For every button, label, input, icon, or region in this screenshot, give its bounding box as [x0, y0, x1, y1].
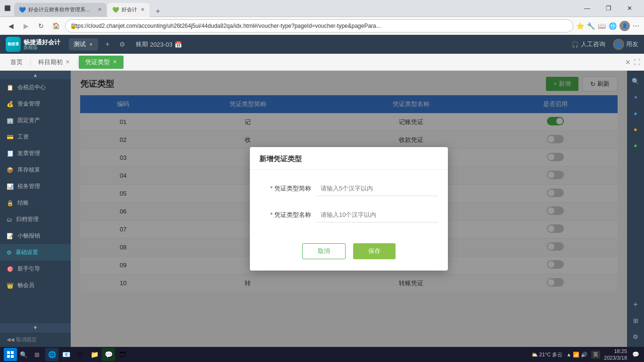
- right-panel-orange[interactable]: ●: [629, 123, 642, 136]
- nav-home[interactable]: 🏠: [50, 20, 62, 32]
- clock: 18:25 2023/3/18: [604, 348, 627, 362]
- taskbar-shield[interactable]: 🛡: [74, 348, 87, 361]
- sidebar-collapse-btn[interactable]: ◀◀ 取消固定: [0, 332, 71, 347]
- user-profile-icon[interactable]: 👤: [619, 21, 630, 31]
- user-btn[interactable]: 👤 用友: [613, 39, 638, 50]
- calendar-icon[interactable]: 📅: [174, 41, 182, 48]
- page-close-btn[interactable]: ✕: [625, 58, 631, 66]
- sidebar-item-settings[interactable]: ⚙ 基础设置: [0, 244, 71, 261]
- ext-icon-4[interactable]: 🌐: [609, 22, 617, 30]
- sidebar-item-tax[interactable]: 📊 税务管理: [0, 178, 71, 195]
- sidebar-item-archive[interactable]: 🗂 归档管理: [0, 211, 71, 228]
- browser-chrome: ⬛ 💙 好会计云财务软件管理系统_会计 ✕ 💚 好会计 ✕ + — ❐ ✕: [0, 0, 644, 17]
- lock-icon: 🔒: [70, 23, 77, 29]
- page-tab-voucher[interactable]: 凭证类型 ✕: [79, 56, 124, 69]
- tab2-close[interactable]: ✕: [140, 7, 145, 13]
- tab1-close[interactable]: ✕: [98, 7, 102, 13]
- page-tab-subject[interactable]: 科目期初 ✕: [32, 56, 76, 69]
- consult-btn[interactable]: 🎧 人工咨询: [571, 40, 605, 49]
- browser-tab-2[interactable]: 💚 好会计 ✕: [107, 3, 149, 17]
- ext-icon-2[interactable]: 🔧: [587, 22, 595, 30]
- taskbar-view-btn[interactable]: ⊞: [30, 348, 43, 361]
- win-icon: ⬛: [4, 5, 11, 12]
- page-expand-btn[interactable]: ⛶: [634, 58, 640, 66]
- right-panel-settings[interactable]: ⚙: [629, 330, 642, 343]
- notification-btn[interactable]: 💬: [631, 350, 640, 359]
- start-btn[interactable]: [4, 348, 17, 361]
- right-panel-star[interactable]: ✦: [629, 90, 642, 104]
- windows-icon: [7, 351, 14, 358]
- toolbar-add-btn[interactable]: +: [102, 39, 113, 50]
- consult-label: 人工咨询: [581, 40, 605, 49]
- workspace-arrow: ▼: [89, 42, 93, 47]
- new-tab-btn[interactable]: +: [152, 6, 164, 17]
- taskbar-apps2[interactable]: 🗔: [116, 348, 129, 361]
- save-btn[interactable]: 保存: [353, 243, 396, 259]
- taskbar-search-btn[interactable]: 🔍: [17, 348, 30, 361]
- voucher-tab-close[interactable]: ✕: [113, 59, 117, 65]
- subject-tab-close[interactable]: ✕: [66, 59, 70, 65]
- short-name-input[interactable]: [317, 181, 438, 196]
- ext-icon-1[interactable]: ⭐: [576, 22, 584, 30]
- taskbar-wechat[interactable]: 💬: [102, 348, 115, 361]
- taskbar-folder[interactable]: 📁: [88, 348, 101, 361]
- sidebar-item-meetings[interactable]: 📋 会税总中心: [0, 79, 71, 96]
- save-label: 保存: [368, 247, 380, 255]
- expand-icon[interactable]: ▲: [566, 352, 571, 357]
- right-panel-grid[interactable]: ⊞: [629, 314, 642, 327]
- maximize-btn[interactable]: ❐: [598, 1, 619, 16]
- archive-label: 归档管理: [16, 215, 39, 223]
- full-name-input[interactable]: [317, 207, 438, 222]
- address-input[interactable]: [65, 19, 573, 33]
- sidebar-scroll-down[interactable]: ▼: [0, 323, 71, 332]
- form-row-short: * 凭证类型简称: [259, 181, 438, 196]
- svg-rect-2: [7, 355, 10, 358]
- nav-refresh[interactable]: ↻: [35, 20, 47, 32]
- nav-back[interactable]: ◀: [5, 20, 17, 32]
- sidebar-item-invoice[interactable]: 🧾 发票管理: [0, 145, 71, 162]
- sidebar-item-guide[interactable]: 🎯 新手引导: [0, 261, 71, 277]
- sidebar-item-member[interactable]: 👑 畅会员: [0, 277, 71, 294]
- browser-tab-bar: 💙 好会计云财务软件管理系统_会计 ✕ 💚 好会计 ✕ +: [14, 0, 573, 17]
- clock-date: 2023/3/18: [604, 354, 627, 361]
- workspace-selector[interactable]: 测试 ▼: [69, 38, 98, 50]
- sidebar-item-payroll[interactable]: 💳 工资: [0, 129, 71, 145]
- right-panel-blue[interactable]: ●: [629, 107, 642, 120]
- logo-main-text: 畅捷通好会计: [24, 39, 60, 45]
- taskbar-mail[interactable]: 📧: [59, 348, 73, 361]
- right-panel-add[interactable]: +: [629, 298, 642, 311]
- close-btn[interactable]: ✕: [619, 1, 640, 16]
- right-panel-green[interactable]: ●: [629, 139, 642, 152]
- sidebar-item-expense[interactable]: 📝 小畅报销: [0, 228, 71, 244]
- page-tab-home[interactable]: 首页: [4, 56, 29, 69]
- address-input-wrapper: 🔒: [65, 19, 573, 33]
- fixed-assets-label: 固定资产: [17, 116, 40, 124]
- notification-icons: ▲ 📶 🔊: [566, 352, 587, 358]
- app-logo: 畅捷通 畅捷通好会计 旗舰版: [6, 37, 60, 52]
- toolbar-settings-icon[interactable]: ⚙: [117, 39, 128, 50]
- sidebar-item-inventory[interactable]: 📦 库存核算: [0, 162, 71, 178]
- tab1-favicon: 💙: [19, 7, 26, 13]
- dialog-header: 新增凭证类型: [250, 147, 448, 170]
- form-row-fullname: * 凭证类型名称: [259, 207, 438, 222]
- toolbar-right: 🎧 人工咨询 👤 用友: [571, 39, 638, 50]
- more-options-icon[interactable]: ⋯: [633, 22, 639, 30]
- cancel-btn[interactable]: 取消: [302, 243, 346, 259]
- taskbar-edge[interactable]: 🌐: [45, 348, 58, 361]
- sidebar-item-closing[interactable]: 🔒 结账: [0, 195, 71, 211]
- member-icon: 👑: [7, 282, 14, 289]
- settings-label: 基础设置: [16, 248, 38, 256]
- window-controls-left: ⬛: [4, 5, 11, 12]
- clock-time: 18:25: [604, 348, 627, 354]
- right-panel-search[interactable]: 🔍: [629, 74, 642, 88]
- sidebar-scroll-up[interactable]: ▲: [0, 71, 71, 79]
- nav-forward[interactable]: ▶: [20, 20, 32, 32]
- content-area: 凭证类型 + 新增 ↻ 刷新 编码 凭证类型简称 凭证类型名称: [71, 71, 627, 347]
- sidebar-item-fixed-assets[interactable]: 🏢 固定资产: [0, 112, 71, 129]
- sidebar-item-funds[interactable]: 💰 资金管理: [0, 96, 71, 112]
- invoice-label: 发票管理: [17, 149, 40, 157]
- browser-tab-1[interactable]: 💙 好会计云财务软件管理系统_会计 ✕: [14, 3, 107, 17]
- ext-icon-3[interactable]: 📖: [598, 22, 606, 30]
- minimize-btn[interactable]: —: [577, 1, 598, 16]
- window-controls-right: — ❐ ✕: [577, 1, 640, 16]
